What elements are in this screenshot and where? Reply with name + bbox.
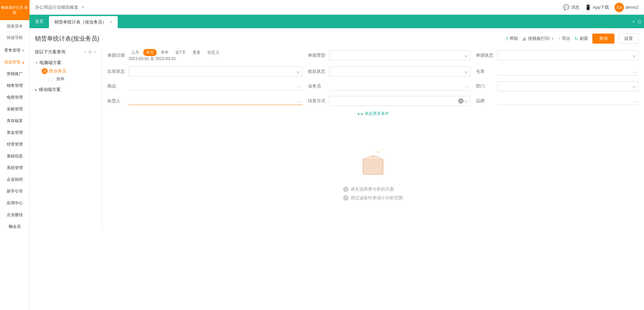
plan-sub-item-by-order[interactable]: ⋮⋮ 按单 bbox=[35, 75, 96, 83]
date-btn-custom[interactable]: 自定义 bbox=[205, 49, 222, 56]
help-btn[interactable]: ? 帮助 bbox=[505, 36, 518, 42]
sidebar-item-retail[interactable]: 零售管理 ▼ bbox=[0, 44, 29, 56]
sidebar-item-sales[interactable]: 销售管理 bbox=[0, 80, 29, 91]
collapse-panel-icon[interactable]: « bbox=[94, 50, 96, 54]
tab-close-window-icon[interactable]: × bbox=[632, 19, 635, 24]
collapse-btn[interactable]: ▲▲ 收起更多条件 bbox=[357, 111, 389, 116]
topbar-right: 💬 消息 📱 App下载 Ea demo2 bbox=[563, 3, 639, 12]
salesperson-input[interactable] bbox=[330, 83, 464, 88]
settings-button[interactable]: 设置 bbox=[619, 34, 639, 44]
date-btn-this-month[interactable]: 本月 bbox=[143, 49, 157, 56]
pay-status-control bbox=[329, 66, 471, 76]
tab-restore-icon[interactable]: ⊡ bbox=[638, 19, 641, 24]
sidebar-item-inventory[interactable]: 库存核算 bbox=[0, 115, 29, 126]
warehouse-dots-icon[interactable]: ... bbox=[633, 68, 637, 74]
pc-plan-category[interactable]: ▼ 电脑端方案 bbox=[35, 58, 96, 67]
sidebar-item-operations[interactable]: 经营管理 bbox=[0, 138, 29, 150]
pay-status-select[interactable] bbox=[329, 66, 471, 76]
settlement-select[interactable]: × bbox=[329, 96, 471, 106]
goods-dots-icon[interactable]: ... bbox=[297, 83, 301, 89]
message-btn[interactable]: 💬 消息 bbox=[563, 4, 580, 10]
step-1-num: 1 bbox=[343, 187, 348, 192]
app-download-btn[interactable]: 📱 App下载 bbox=[585, 4, 609, 10]
brand-input[interactable] bbox=[498, 98, 632, 103]
add-plan-icon[interactable]: + bbox=[84, 50, 86, 54]
refresh-btn[interactable]: ↻ 刷新 bbox=[575, 36, 588, 42]
date-btn-last-month[interactable]: 上月 bbox=[128, 49, 142, 56]
content-area: 销货单统计表(按业务员) ? 帮助 🖨 按模板打印 ▼ ↑ 导出 bbox=[30, 28, 644, 310]
pc-plan-label: 电脑端方案 bbox=[40, 60, 61, 66]
base-label: 基础信息 bbox=[7, 154, 23, 158]
plan-active-icon: 业 bbox=[42, 68, 48, 74]
sidebar-item-system[interactable]: 系统管理 bbox=[0, 162, 29, 173]
out-status-control bbox=[128, 66, 303, 76]
doc-status-select[interactable] bbox=[497, 50, 639, 60]
sidebar-item-member[interactable]: 畅会员 bbox=[0, 220, 29, 232]
filter-row-1: 单据日期 上月 本月 本年 近7天 更多 自定义 20 bbox=[107, 49, 639, 62]
plan-item-by-salesperson[interactable]: 业 按业务员 bbox=[35, 67, 96, 75]
tab-sales-stats[interactable]: 销货单统计表（按业务员） × bbox=[49, 16, 118, 28]
recipient-input-wrapper: ... bbox=[128, 97, 303, 105]
export-btn[interactable]: ↑ 导出 bbox=[558, 36, 571, 42]
print-dropdown-icon[interactable]: ▼ bbox=[551, 37, 554, 41]
sidebar-item-wholesale[interactable]: 批发管理 ▲ bbox=[0, 56, 29, 68]
sidebar-item-quick-nav[interactable]: 快捷导航 bbox=[0, 33, 29, 43]
empty-state-texts: 1 请先选择要分析的方案 2 用过滤条件来缩小分析范围 bbox=[343, 185, 403, 202]
filter-item-settlement: 结算方式 × bbox=[308, 96, 471, 106]
date-btn-this-year[interactable]: 本年 bbox=[158, 49, 171, 56]
date-btn-7days[interactable]: 近7天 bbox=[173, 49, 189, 56]
mobile-plan-category[interactable]: ▶ 移动端方案 bbox=[35, 86, 96, 94]
out-status-select[interactable] bbox=[128, 66, 303, 76]
goods-input[interactable] bbox=[130, 83, 296, 88]
out-status-label: 出库状态 bbox=[107, 68, 126, 74]
sidebar-item-marketing[interactable]: 营销推广 bbox=[0, 68, 29, 80]
filter-item-salesperson: 业务员 ... bbox=[308, 83, 471, 90]
salesperson-control: ... bbox=[329, 83, 471, 90]
brand-label: 品牌 bbox=[476, 98, 494, 104]
sidebar-item-base[interactable]: 基础信息 bbox=[0, 150, 29, 162]
sidebar-item-enterprise[interactable]: 企业协同 bbox=[0, 173, 29, 185]
filter-panel-icons: + ⚙ « bbox=[84, 50, 96, 54]
settlement-control: × bbox=[329, 96, 471, 106]
query-button[interactable]: 查询 bbox=[592, 34, 614, 44]
mobile-plan-label: 移动端方案 bbox=[39, 87, 61, 93]
avatar: Ea bbox=[614, 3, 624, 12]
settings-plan-icon[interactable]: ⚙ bbox=[88, 50, 92, 54]
plan-sub-icon: ⋮⋮ bbox=[47, 77, 55, 82]
date-btn-more[interactable]: 更多 bbox=[190, 49, 203, 56]
salesperson-dots-icon[interactable]: ... bbox=[465, 83, 469, 89]
recipient-dots-icon[interactable]: ... bbox=[297, 97, 301, 103]
sidebar-item-finance[interactable]: 资金管理 bbox=[0, 126, 29, 138]
breadcrumb-chevron-icon: ▼ bbox=[81, 5, 85, 9]
sidebar-item-wechat[interactable]: 企业微信 bbox=[0, 209, 29, 220]
doc-type-select[interactable] bbox=[329, 50, 471, 60]
brand-control: ... bbox=[497, 97, 639, 105]
sidebar-item-apps[interactable]: 应用中心 bbox=[0, 197, 29, 209]
filter-item-out-status: 出库状态 bbox=[107, 66, 303, 76]
collapse-row: ▲▲ 收起更多条件 bbox=[107, 111, 639, 116]
recipient-input[interactable] bbox=[130, 98, 296, 103]
sidebar-item-search[interactable]: 搜索菜单 bbox=[0, 20, 29, 31]
refresh-label: 刷新 bbox=[580, 36, 588, 42]
dept-select[interactable] bbox=[497, 81, 639, 91]
tab-home[interactable]: 首页 bbox=[30, 15, 49, 28]
export-icon: ↑ bbox=[558, 36, 561, 41]
ecommerce-label: 电商管理 bbox=[7, 95, 23, 100]
wholesale-label: 批发管理 bbox=[4, 60, 20, 64]
print-btn[interactable]: 🖨 按模板打印 ▼ bbox=[522, 36, 554, 42]
sidebar-item-purchase[interactable]: 采购管理 bbox=[0, 103, 29, 115]
export-label: 导出 bbox=[562, 36, 571, 42]
filter-panel-header: 按以下方案查询 + ⚙ « bbox=[35, 49, 96, 55]
warehouse-input[interactable] bbox=[498, 68, 632, 73]
settlement-clear-icon[interactable]: × bbox=[458, 98, 464, 104]
enterprise-label: 企业协同 bbox=[7, 177, 23, 182]
sidebar-item-newbie[interactable]: 新手引导 bbox=[0, 185, 29, 197]
user-profile-btn[interactable]: Ea demo2 bbox=[614, 3, 639, 12]
filter-item-doc-type: 单据类型 bbox=[308, 50, 471, 60]
dept-control bbox=[497, 81, 639, 91]
empty-state: 1 请先选择要分析的方案 2 用过滤条件来缩小分析范围 bbox=[107, 119, 639, 229]
tab-close-icon[interactable]: × bbox=[110, 20, 112, 24]
newbie-label: 新手引导 bbox=[7, 189, 23, 194]
sidebar-item-ecommerce[interactable]: 电商管理 bbox=[0, 91, 29, 103]
brand-dots-icon[interactable]: ... bbox=[633, 97, 637, 103]
